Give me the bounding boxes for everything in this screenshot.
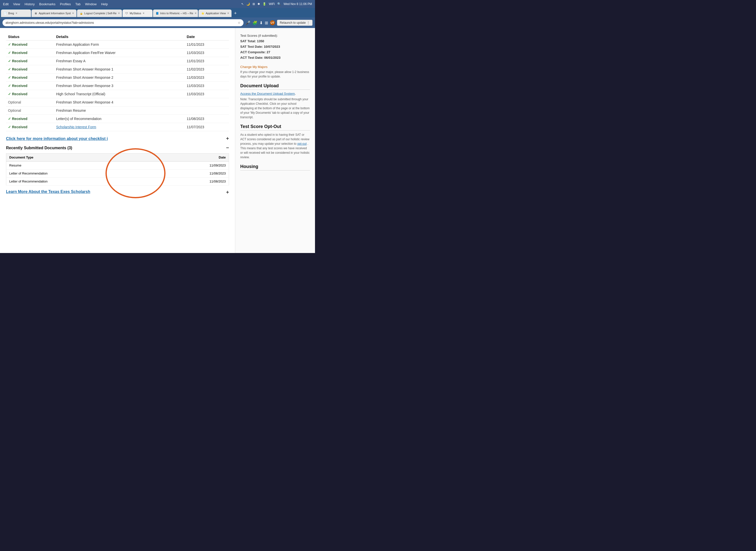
tab-close-logout[interactable]: × — [118, 11, 120, 15]
status-optional: Optional — [8, 108, 21, 112]
datetime-display: Wed Nov 8 11:06 PM — [283, 2, 312, 6]
tab-close-applicant[interactable]: × — [72, 11, 74, 15]
tab-rhetoric[interactable]: 📘 Intro to Rhetoric – HS – Re × — [153, 9, 198, 17]
tab-logout[interactable]: 🔓 Logout Complete | Self-Re × — [77, 9, 122, 17]
test-score-optout-text: As a student who opted in to having thei… — [240, 132, 310, 159]
learn-more-expand[interactable]: + — [226, 189, 229, 195]
menu-profiles[interactable]: Profiles — [60, 2, 71, 6]
table-row: ✓ Received Scholarship Interest Form 11/… — [6, 123, 229, 131]
menu-edit[interactable]: Edit — [3, 2, 8, 6]
doc-col-date: Date — [154, 153, 229, 161]
status-table: Status Details Date ✓ Received Freshman … — [6, 33, 229, 131]
document-upload-section: Document Upload Access the Document Uplo… — [240, 83, 310, 119]
collapse-icon[interactable]: − — [226, 145, 229, 151]
moon-icon: 🌙 — [246, 2, 250, 6]
address-icons: 🎤 🧩 ⬇ ⊞ UT Relaunch to update ⋮ — [245, 20, 312, 26]
relaunch-button[interactable]: Relaunch to update ⋮ — [277, 20, 312, 26]
date-text: 11/03/2023 — [185, 90, 229, 98]
cursor-icon: ↖ — [241, 2, 244, 6]
checklist-link[interactable]: Click here for more information about yo… — [6, 136, 108, 141]
tab-close-breg[interactable]: × — [15, 11, 17, 15]
col-details: Details — [54, 33, 185, 40]
tab-favicon-mystatus: 🛡 — [125, 11, 128, 15]
bluetooth-icon: ✱ — [257, 2, 260, 6]
status-received: ✓ Received — [8, 92, 52, 96]
table-row: ✓ Received Freshman Short Answer Respons… — [6, 65, 229, 73]
check-icon: ✓ — [8, 84, 11, 88]
tab-label-mystatus: MyStatus — [130, 12, 141, 15]
status-received: ✓ Received — [8, 59, 52, 63]
doc-table: Document Type Date Resume 11/09/2023 Let… — [6, 153, 229, 185]
detail-text: Freshman Essay A — [54, 57, 185, 65]
main-content: Status Details Date ✓ Received Freshman … — [0, 28, 235, 253]
list-item: Letter of Recommendation 11/08/2023 — [6, 169, 229, 177]
act-composite: ACT Composite: 27 — [240, 49, 310, 55]
menubar-left: Edit View History Bookmarks Profiles Tab… — [3, 2, 108, 6]
doc-type: Letter of Recommendation — [6, 169, 154, 177]
table-row: Optional Freshman Resume — [6, 106, 229, 115]
act-date: ACT Test Date: 06/01/2023 — [240, 55, 310, 60]
date-text: 11/08/2023 — [185, 115, 229, 123]
learn-more-section: Learn More About the Texas Exes Scholars… — [6, 189, 229, 195]
learn-more-link[interactable]: Learn More About the Texas Exes Scholars… — [6, 189, 90, 195]
date-text: 11/02/2023 — [185, 65, 229, 73]
menu-help[interactable]: Help — [101, 2, 108, 6]
menu-view[interactable]: View — [13, 2, 20, 6]
detail-text: Letter(s) of Recommendation — [54, 115, 185, 123]
doc-type: Letter of Recommendation — [6, 177, 154, 185]
new-tab-button[interactable]: + — [232, 11, 239, 16]
menu-window[interactable]: Window — [85, 2, 96, 6]
test-scores-title: Test Scores (if submitted): — [240, 33, 310, 38]
opt-out-link[interactable]: opt-out — [297, 142, 306, 145]
content-area: Status Details Date ✓ Received Freshman … — [0, 28, 315, 253]
tab-applicant[interactable]: 🖥 Applicant Information Syst × — [31, 9, 76, 17]
document-upload-title: Document Upload — [240, 83, 310, 90]
tab-mystatus[interactable]: 🛡 MyStatus × — [122, 9, 152, 17]
bookmark-icon[interactable]: ☆ — [238, 21, 240, 24]
detail-text: Scholarship Interest Form — [54, 123, 185, 131]
url-bar[interactable]: alonghorn.admissions.utexas.edu/portal/m… — [2, 19, 243, 26]
housing-section: Housing — [240, 164, 310, 170]
date-text: 11/03/2023 — [185, 49, 229, 57]
wifi-icon: WiFi — [269, 2, 275, 6]
sat-total: SAT Total: 1350 — [240, 38, 310, 44]
tab-close-mystatus[interactable]: × — [143, 11, 144, 15]
download-icon[interactable]: ⬇ — [259, 20, 263, 25]
ut-icon[interactable]: UT — [270, 20, 275, 25]
document-upload-note: Note: Transcripts should be submitted th… — [240, 97, 310, 119]
detail-text: High School Transcript (Official) — [54, 90, 185, 98]
checklist-info: Click here for more information about yo… — [6, 136, 229, 141]
tab-appview[interactable]: ⭐ Application View × — [198, 9, 232, 17]
search-icon[interactable]: 🔍 — [277, 2, 281, 6]
menu-tab[interactable]: Tab — [75, 2, 80, 6]
detail-text: Freshman Short Answer Response 2 — [54, 73, 185, 82]
check-icon: ✓ — [8, 125, 11, 129]
tab-close-appview[interactable]: × — [227, 11, 229, 15]
document-upload-link[interactable]: Access the Document Upload System — [240, 92, 295, 95]
doc-type: Resume — [6, 161, 154, 169]
change-majors-link[interactable]: Change My Majors — [240, 65, 310, 69]
tab-favicon-breg: 📄 — [3, 11, 7, 15]
date-text — [185, 98, 229, 106]
detail-text: Freshman Application Fee/Fee Waiver — [54, 49, 185, 57]
date-text: 11/03/2023 — [185, 73, 229, 82]
tab-grid-icon[interactable]: ⊞ — [265, 20, 268, 25]
expand-icon[interactable]: + — [226, 136, 229, 141]
detail-text: Freshman Short Answer Response 3 — [54, 82, 185, 90]
status-received: ✓ Received — [8, 42, 52, 46]
table-row: ✓ Received Letter(s) of Recommendation 1… — [6, 115, 229, 123]
tab-breg[interactable]: 📄 Breg × — [1, 9, 31, 17]
scholarship-link[interactable]: Scholarship Interest Form — [56, 125, 96, 129]
menu-bookmarks[interactable]: Bookmarks — [39, 2, 55, 6]
table-row: ✓ Received Freshman Application Form 11/… — [6, 40, 229, 49]
mic-icon[interactable]: 🎤 — [245, 20, 250, 25]
col-date: Date — [185, 33, 229, 40]
check-icon: ✓ — [8, 117, 11, 121]
tab-close-rhetoric[interactable]: × — [195, 11, 196, 15]
recently-submitted-title: Recently Submitted Documents (3) — [6, 146, 72, 150]
menu-history[interactable]: History — [24, 2, 34, 6]
check-icon: ✓ — [8, 92, 11, 96]
tab-favicon-applicant: 🖥 — [34, 11, 37, 15]
test-scores-section: Test Scores (if submitted): SAT Total: 1… — [240, 33, 310, 60]
extensions-icon[interactable]: 🧩 — [252, 20, 257, 25]
